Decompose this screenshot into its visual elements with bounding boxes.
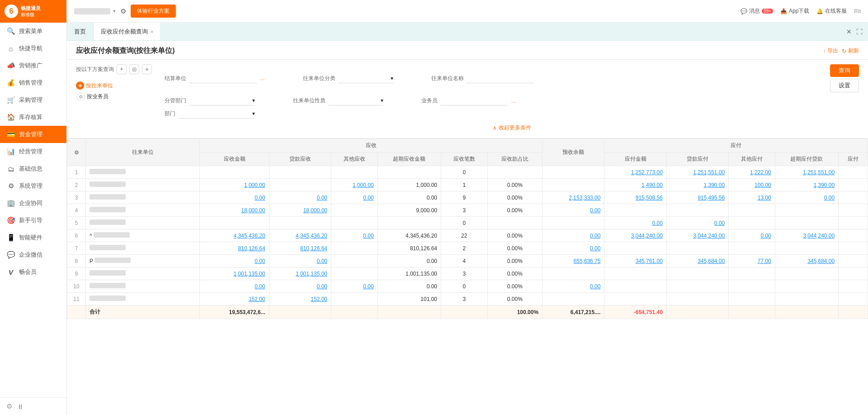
partner-nature-select[interactable]: ▾ xyxy=(328,96,383,105)
sidebar-item-basic-info[interactable]: 🗂 基础信息 xyxy=(0,160,66,177)
salesperson-input[interactable] xyxy=(440,96,508,105)
cell-link[interactable]: 0.00 xyxy=(363,195,373,201)
filter-scheme: 按以下方案查询 + ◎ « xyxy=(76,64,157,74)
department-select[interactable]: ▾ xyxy=(178,109,255,119)
cell-link[interactable]: 4,345,436.20 xyxy=(234,233,265,239)
cell-link[interactable]: 0.00 xyxy=(590,207,600,214)
cell-link[interactable]: 1,490.00 xyxy=(642,182,663,188)
cell-link[interactable]: 0.00 xyxy=(317,283,327,290)
collapse-scheme-btn[interactable]: « xyxy=(142,64,152,74)
col-settings-icon[interactable]: ⚙ xyxy=(71,147,82,158)
sidebar-item-operations[interactable]: 📊 经营管理 xyxy=(0,143,66,160)
cell-link[interactable]: 152.00 xyxy=(249,296,265,302)
settlement-unit-ellipsis[interactable]: … xyxy=(259,75,265,81)
tab-home[interactable]: 首页 xyxy=(67,23,94,40)
cell-link[interactable]: 810,126.64 xyxy=(238,245,265,252)
cell-link[interactable]: 18,000.00 xyxy=(241,207,265,214)
cell-link[interactable]: 1,251,551.00 xyxy=(803,169,835,176)
cell-link[interactable]: 1,390.00 xyxy=(813,182,835,188)
cell-link[interactable]: 345,684.00 xyxy=(807,258,835,264)
add-scheme-btn[interactable]: + xyxy=(117,64,127,74)
notification-btn[interactable]: 💬 消息 99+ xyxy=(741,7,773,15)
sidebar-item-marketing[interactable]: 📣 营销推广 xyxy=(0,57,66,74)
cell-link[interactable]: 3,044,240.00 xyxy=(631,233,663,239)
trial-industry-btn[interactable]: 体验行业方案 xyxy=(131,5,176,18)
cell-link[interactable]: 0.00 xyxy=(590,245,600,252)
cell-link[interactable]: 655,636.75 xyxy=(573,258,600,264)
sidebar-item-purchase[interactable]: 🛒 采购管理 xyxy=(0,91,66,109)
export-btn[interactable]: ↑ 导出 xyxy=(823,47,838,55)
cell-link[interactable]: 0.00 xyxy=(652,220,662,226)
cell-link[interactable]: 1,001,135.00 xyxy=(234,271,265,277)
collapse-icon[interactable]: ⏸ xyxy=(17,403,24,410)
sidebar-item-wechat[interactable]: 💬 企业微信 xyxy=(0,246,66,263)
cell-link[interactable]: 1,252,773.00 xyxy=(631,169,663,176)
sidebar-item-enterprise[interactable]: 🏢 企业协同 xyxy=(0,195,66,212)
tab-close-icon[interactable]: × xyxy=(151,29,153,34)
cell-link[interactable]: 13.00 xyxy=(758,195,771,201)
cell-link[interactable]: 1,001,135.00 xyxy=(296,271,327,277)
cell-link[interactable]: 0.00 xyxy=(824,195,835,201)
cell-link[interactable]: 3,044,240.00 xyxy=(803,233,835,239)
cell-link[interactable]: 345,684.00 xyxy=(698,258,725,264)
sidebar-item-hardware[interactable]: 📱 智能硬件 xyxy=(0,229,66,246)
cell-link[interactable]: 18,000.00 xyxy=(303,207,327,214)
cell-link[interactable]: 345,761.00 xyxy=(636,258,663,264)
cell-link[interactable]: 4,345,436.20 xyxy=(296,233,327,239)
cell-link[interactable]: 0.00 xyxy=(255,258,265,264)
cell-link[interactable]: 915,495.56 xyxy=(698,195,725,201)
cell-link[interactable]: 0.00 xyxy=(317,258,327,264)
sidebar-item-warehouse[interactable]: 🏠 库存核算 xyxy=(0,109,66,126)
refresh-btn[interactable]: ↻ 刷新 xyxy=(842,47,859,55)
row-receivable-ratio: 0.00% xyxy=(487,229,542,242)
row-partner xyxy=(86,267,200,280)
cell-link[interactable]: 0.00 xyxy=(590,283,600,290)
cell-link[interactable]: 152.00 xyxy=(311,296,327,302)
sidebar-item-quick-nav[interactable]: ⌂ 快捷导航 xyxy=(0,40,66,57)
salesperson-ellipsis[interactable]: … xyxy=(511,98,516,104)
dept-manager-select[interactable]: ▾ xyxy=(189,96,255,105)
sidebar-item-finance[interactable]: 💳 资金管理 xyxy=(0,126,66,143)
cell-link[interactable]: 0.00 xyxy=(255,195,265,201)
cell-link[interactable]: 810,126.64 xyxy=(300,245,327,252)
cell-link[interactable]: 1,000.00 xyxy=(244,182,265,188)
cell-link[interactable]: 0.00 xyxy=(255,283,265,290)
sidebar-item-sales[interactable]: 💰 销售管理 xyxy=(0,74,66,91)
cell-link[interactable]: 0.00 xyxy=(363,233,373,239)
cell-link[interactable]: 3,044,240.00 xyxy=(693,233,725,239)
cell-link[interactable]: 1,000.00 xyxy=(353,182,374,188)
cell-link[interactable]: 1,222.00 xyxy=(750,169,771,176)
settings-icon[interactable]: ⚙ xyxy=(6,402,12,410)
cell-link[interactable]: 0.00 xyxy=(590,233,600,239)
partner-name-input[interactable] xyxy=(467,74,534,83)
settlement-unit-input[interactable] xyxy=(189,74,257,83)
partner-category-select[interactable]: ▾ xyxy=(338,74,393,83)
collapse-more-btn[interactable]: ∧ 收起更多条件 xyxy=(165,122,859,134)
sidebar-item-member[interactable]: V 畅会员 xyxy=(0,263,66,281)
cell-link[interactable]: 2,153,333.00 xyxy=(569,195,600,201)
cell-link[interactable]: 77.00 xyxy=(758,258,771,264)
cell-link[interactable]: 915,508.56 xyxy=(636,195,663,201)
cell-link[interactable]: 0.00 xyxy=(317,195,327,201)
top-bar-gear-icon[interactable]: ⚙ xyxy=(120,7,126,15)
cell-link[interactable]: 1,251,551.00 xyxy=(693,169,725,176)
online-service-btn[interactable]: 🔔 在线客服 xyxy=(816,7,847,15)
col-settings-header[interactable]: ⚙ xyxy=(67,139,86,166)
maximize-icon[interactable]: ⛶ xyxy=(856,28,863,35)
settings-btn[interactable]: 设置 xyxy=(830,79,859,92)
edit-scheme-btn[interactable]: ◎ xyxy=(129,64,139,74)
cell-link[interactable]: 100.00 xyxy=(755,182,771,188)
close-window-icon[interactable]: ✕ xyxy=(846,28,852,35)
filter-by-partner[interactable]: ❋ 按往来单位 xyxy=(76,81,157,90)
sidebar-item-search-menu[interactable]: 🔍 搜索菜单 xyxy=(0,23,66,40)
cell-link[interactable]: 0.00 xyxy=(363,283,373,290)
query-btn[interactable]: 查询 xyxy=(830,64,859,77)
tab-active[interactable]: 应收应付余额查询 × xyxy=(94,23,161,40)
cell-link[interactable]: 0.00 xyxy=(714,220,725,226)
cell-link[interactable]: 0.00 xyxy=(760,233,771,239)
app-download-btn[interactable]: 📥 App下载 xyxy=(780,7,809,15)
sidebar-item-guide[interactable]: 🎯 新手引导 xyxy=(0,212,66,229)
filter-by-salesperson[interactable]: ⊙ 按业务员 xyxy=(76,92,157,100)
cell-link[interactable]: 1,390.00 xyxy=(704,182,725,188)
sidebar-item-system[interactable]: ⚙ 系统管理 xyxy=(0,177,66,195)
